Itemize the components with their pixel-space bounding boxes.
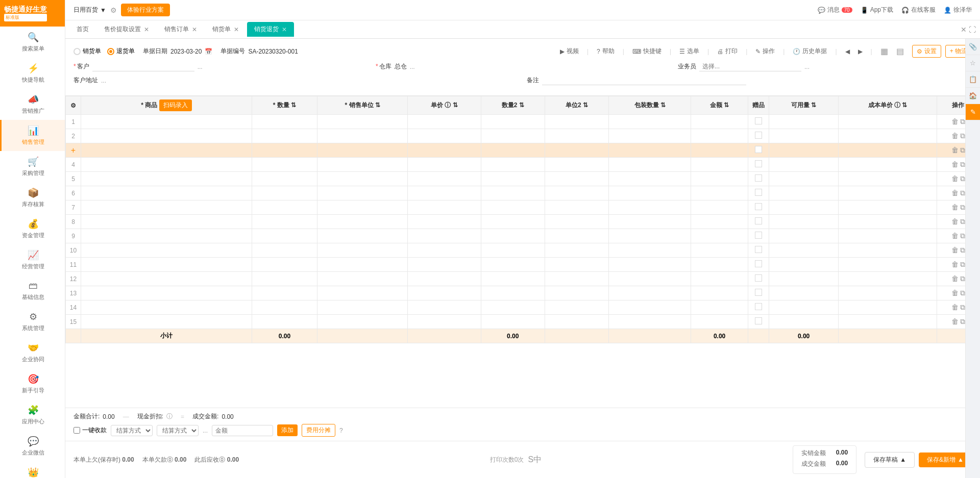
row-gift-9[interactable]: [748, 229, 769, 243]
row-amount-10[interactable]: [691, 243, 748, 258]
row-cost-price-14[interactable]: [839, 300, 937, 315]
tab-sales-delivery[interactable]: 销货单✕: [205, 22, 246, 37]
tab-home[interactable]: 首页: [69, 22, 96, 37]
gift-checkbox-12[interactable]: [755, 274, 762, 282]
row-qty-2[interactable]: [252, 129, 317, 143]
row-cost-price-7[interactable]: [839, 200, 937, 215]
row-cost-price-4[interactable]: [839, 158, 937, 172]
row-product-12[interactable]: [81, 272, 252, 286]
row-available-12[interactable]: [769, 272, 838, 286]
row-pkg-qty-2[interactable]: [609, 129, 691, 143]
account-dots[interactable]: ...: [203, 427, 208, 434]
row-available-13[interactable]: [769, 286, 838, 300]
row-pkg-qty-5[interactable]: [609, 172, 691, 186]
row-cost-price-9[interactable]: [839, 229, 937, 243]
print-btn[interactable]: 🖨 打印: [717, 47, 738, 56]
row-gift-11[interactable]: [748, 258, 769, 272]
topbar-gear-icon[interactable]: ⚙: [110, 6, 117, 14]
copy-row-4[interactable]: ⧉: [960, 160, 965, 168]
online-service-item[interactable]: 🎧 在线客服: [901, 6, 936, 14]
row-price-10[interactable]: [408, 243, 481, 258]
gift-checkbox-14[interactable]: [755, 303, 762, 310]
row-amount-7[interactable]: [691, 200, 748, 215]
row-unit-10[interactable]: [317, 243, 408, 258]
row-amount-6[interactable]: [691, 186, 748, 200]
row-unit-4[interactable]: [317, 158, 408, 172]
row-amount-1[interactable]: [691, 115, 748, 129]
row-product-8[interactable]: [81, 215, 252, 229]
row-unit-11[interactable]: [317, 258, 408, 272]
row-pkg-qty-15[interactable]: [609, 315, 691, 329]
row-gift-7[interactable]: [748, 200, 769, 215]
delete-row-14[interactable]: 🗑: [951, 303, 959, 311]
copy-row-9[interactable]: ⧉: [960, 232, 965, 240]
row-unit-12[interactable]: [317, 272, 408, 286]
row-unit2-10[interactable]: [545, 243, 608, 258]
row-price-13[interactable]: [408, 286, 481, 300]
copy-row-13[interactable]: ⧉: [960, 289, 965, 297]
row-price-14[interactable]: [408, 300, 481, 315]
row-qty-6[interactable]: [252, 186, 317, 200]
staff-input[interactable]: [699, 62, 801, 71]
sidebar-item-operation[interactable]: 📈 经营管理: [0, 244, 65, 275]
delete-row-12[interactable]: 🗑: [951, 274, 959, 283]
copy-row-1[interactable]: ⧉: [960, 117, 965, 125]
sidebar-item-sales[interactable]: 📊 销售管理: [0, 120, 65, 151]
row-unit-5[interactable]: [317, 172, 408, 186]
row-price-2[interactable]: [408, 129, 481, 143]
gift-checkbox-5[interactable]: [755, 174, 762, 182]
row-product-5[interactable]: [81, 172, 252, 186]
row-qty2-5[interactable]: [481, 172, 545, 186]
row-price-4[interactable]: [408, 158, 481, 172]
message-item[interactable]: 💬 消息 70: [818, 6, 852, 14]
row-unit-8[interactable]: [317, 215, 408, 229]
copy-row-12[interactable]: ⧉: [960, 274, 965, 283]
row-qty-3[interactable]: [252, 143, 317, 158]
row-gift-3[interactable]: [748, 143, 769, 158]
warehouse-dots[interactable]: ...: [410, 63, 415, 70]
row-gift-6[interactable]: [748, 186, 769, 200]
customer-dots[interactable]: ...: [198, 63, 203, 70]
row-unit-1[interactable]: [317, 115, 408, 129]
one-click-label[interactable]: 一键收款: [74, 426, 107, 435]
row-available-3[interactable]: [769, 143, 838, 158]
maximize-icon[interactable]: ⛶: [969, 26, 976, 34]
row-qty2-9[interactable]: [481, 229, 545, 243]
row-available-11[interactable]: [769, 258, 838, 272]
row-pkg-qty-11[interactable]: [609, 258, 691, 272]
row-price-12[interactable]: [408, 272, 481, 286]
row-available-15[interactable]: [769, 315, 838, 329]
section-dropdown[interactable]: 日用百货 ▼: [74, 6, 106, 14]
copy-row-5[interactable]: ⧉: [960, 174, 965, 183]
row-available-1[interactable]: [769, 115, 838, 129]
row-product-4[interactable]: [81, 158, 252, 172]
row-qty2-12[interactable]: [481, 272, 545, 286]
gift-checkbox-11[interactable]: [755, 260, 762, 267]
row-amount-8[interactable]: [691, 215, 748, 229]
row-gift-13[interactable]: [748, 286, 769, 300]
tab-sales-order[interactable]: 销售订单✕: [157, 22, 204, 37]
row-qty-8[interactable]: [252, 215, 317, 229]
row-available-8[interactable]: [769, 215, 838, 229]
row-product-3[interactable]: [81, 143, 252, 158]
sidebar-item-search[interactable]: 🔍 搜索菜单: [0, 27, 65, 58]
sales-radio[interactable]: 销货单: [74, 47, 101, 56]
row-unit2-14[interactable]: [545, 300, 608, 315]
row-product-2[interactable]: [81, 129, 252, 143]
nav-prev-btn[interactable]: ◀: [845, 48, 850, 55]
return-radio[interactable]: 退货单: [107, 47, 135, 56]
sidebar-item-wechat[interactable]: 💬 企业微信: [0, 431, 65, 462]
row-pkg-qty-3[interactable]: [609, 143, 691, 158]
amount-input[interactable]: [212, 425, 273, 436]
row-pkg-qty-13[interactable]: [609, 286, 691, 300]
row-amount-3[interactable]: [691, 143, 748, 158]
row-qty-13[interactable]: [252, 286, 317, 300]
save-draft-button[interactable]: 保存草稿 ▲: [865, 452, 915, 468]
row-qty-12[interactable]: [252, 272, 317, 286]
row-qty2-13[interactable]: [481, 286, 545, 300]
add-row-button[interactable]: +: [71, 146, 76, 155]
gift-checkbox-3[interactable]: [755, 146, 762, 153]
row-qty-15[interactable]: [252, 315, 317, 329]
row-available-10[interactable]: [769, 243, 838, 258]
grid-view-icon[interactable]: ▦: [880, 46, 888, 56]
